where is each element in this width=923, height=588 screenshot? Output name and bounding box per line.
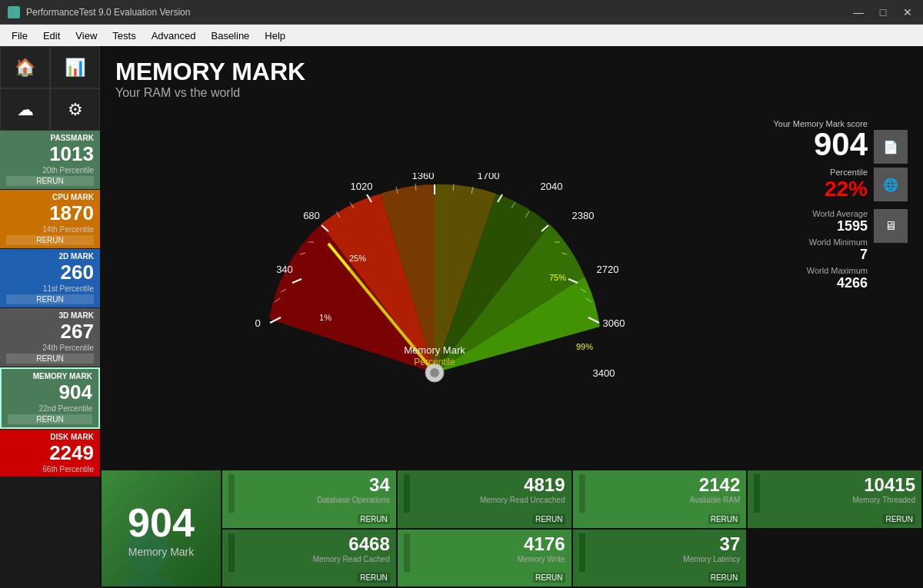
menu-advanced[interactable]: Advanced [144,27,204,45]
mem-write-label: Memory Write [414,555,565,563]
gauge-label-2380: 2380 [572,210,595,221]
content-area: MEMORY MARK Your RAM vs the world [100,46,923,588]
mem-threaded-rerun[interactable]: RERUN [883,514,915,524]
world-max-value: 4266 [807,275,868,291]
cpu-rerun[interactable]: RERUN [6,235,94,245]
chart-button[interactable]: 📊 [50,46,100,88]
mem-read-cached-value: 6468 [238,533,390,555]
gauge-label-2040: 2040 [541,181,563,192]
passmark-rerun[interactable]: RERUN [6,176,94,186]
result-tiles: 34 Database Operations RERUN 4819 Memory… [222,470,921,586]
cpu-card[interactable]: CPU MARK 1870 14th Percentile RERUN [0,190,100,248]
right-panel: Your Memory Mark score 904 📄 Percentile … [761,111,915,465]
gauge-label-3400: 3400 [593,367,615,379]
tile-db-ops: 34 Database Operations RERUN [222,470,396,528]
memory-mark-card: 👤 904 Memory Mark [102,470,221,586]
tile-mem-read-cached: 6468 Memory Read Cached RERUN [222,530,396,587]
memory-mark-label: Memory Mark [128,546,195,558]
gauge-label-0: 0 [255,317,260,329]
gauge-label-1360: 1360 [412,173,435,181]
content-header: MEMORY MARK Your RAM vs the world [100,46,923,104]
score-icon: 📄 [874,130,908,164]
svg-point-29 [430,368,439,377]
score-text: Your Memory Mark score 904 [774,119,868,161]
memory-rerun[interactable]: RERUN [8,414,92,424]
gauge-label-1020: 1020 [351,181,373,192]
percentile-label: Percentile [825,168,868,177]
settings-button[interactable]: ⚙ [50,88,100,131]
2d-rerun[interactable]: RERUN [6,294,94,304]
2d-value: 260 [6,261,94,284]
percentile-text: Percentile 22% [825,168,868,201]
mem-write-rerun[interactable]: RERUN [533,573,565,583]
tile-mem-latency: 37 Memory Latency RERUN [573,530,747,587]
mem-read-uncached-label: Memory Read Uncached [414,496,565,504]
gauge-pct-25: 25% [349,254,366,263]
mem-latency-rerun[interactable]: RERUN [708,573,741,583]
main-layout: 🏠 📊 ☁ ⚙ PASSMARK 1013 20th Percentile RE… [0,46,923,588]
world-min-value: 7 [807,247,868,263]
db-ops-value: 34 [238,474,390,496]
percentile-value: 22% [825,177,868,201]
menu-edit[interactable]: Edit [35,27,68,45]
available-ram-label: Available RAM [589,496,741,504]
stats-text: World Average 1595 World Minimum 7 World… [807,209,868,291]
menu-help[interactable]: Help [257,27,293,45]
disk-card[interactable]: DISK MARK 2249 66th Percentile [0,430,100,477]
gauge-label-1700: 1700 [478,173,500,181]
menu-file[interactable]: File [4,27,35,45]
gauge-label-340: 340 [276,264,293,275]
menubar: File Edit View Tests Advanced Baseline H… [0,25,923,46]
page-title: MEMORY MARK [115,58,908,86]
menu-baseline[interactable]: Baseline [203,27,257,45]
sidebar: 🏠 📊 ☁ ⚙ PASSMARK 1013 20th Percentile RE… [0,46,100,588]
close-button[interactable]: ✕ [900,5,915,20]
2d-label: 2D MARK [6,252,94,261]
available-ram-rerun[interactable]: RERUN [708,514,741,524]
gauge-center-label: Memory Mark [404,344,465,356]
mem-read-uncached-value: 4819 [414,474,565,496]
home-button[interactable]: 🏠 [0,46,50,88]
cloud-button[interactable]: ☁ [0,88,50,131]
tile-empty [748,530,921,587]
tile-mem-read-uncached: 4819 Memory Read Uncached RERUN [398,470,571,528]
gauge-pct-75: 75% [549,273,566,282]
app-icon [8,6,20,18]
score-row: Your Memory Mark score 904 📄 [769,119,908,164]
memory-card-sidebar[interactable]: MEMORY MARK 904 22nd Percentile RERUN [0,367,100,429]
memory-percentile: 22nd Percentile [8,404,92,413]
passmark-card[interactable]: PASSMARK 1013 20th Percentile RERUN [0,131,100,189]
stats-row: World Average 1595 World Minimum 7 World… [769,209,908,291]
db-ops-rerun[interactable]: RERUN [358,514,390,524]
menu-view[interactable]: View [68,27,105,45]
gauge-area: 0 340 680 1020 1360 1700 2040 2380 2720 … [100,104,923,469]
available-ram-value: 2142 [589,474,741,496]
cpu-percentile: 14th Percentile [6,225,94,234]
3d-card[interactable]: 3D MARK 267 24th Percentile RERUN [0,308,100,367]
gauge-label-3060: 3060 [603,317,625,329]
2d-card[interactable]: 2D MARK 260 11st Percentile RERUN [0,249,100,307]
gauge-container: 0 340 680 1020 1360 1700 2040 2380 2720 … [108,111,761,465]
passmark-label: PASSMARK [6,134,94,142]
page-subtitle: Your RAM vs the world [115,86,908,100]
gauge-svg: 0 340 680 1020 1360 1700 2040 2380 2720 … [235,173,635,404]
tile-mem-threaded: 10415 Memory Threaded RERUN [748,470,921,528]
memory-label: MEMORY MARK [8,372,92,380]
score-value: 904 [774,128,868,161]
cpu-label: CPU MARK [6,193,94,201]
mem-read-cached-rerun[interactable]: RERUN [358,573,390,583]
passmark-percentile: 20th Percentile [6,166,94,174]
tile-mem-write: 4176 Memory Write RERUN [398,530,571,587]
maximize-button[interactable]: □ [875,5,891,20]
window-controls: — □ ✕ [851,5,915,20]
world-avg-value: 1595 [807,218,868,234]
3d-value: 267 [6,320,94,344]
menu-tests[interactable]: Tests [105,27,143,45]
mem-read-uncached-rerun[interactable]: RERUN [533,514,565,524]
db-ops-label: Database Operations [238,496,390,504]
minimize-button[interactable]: — [851,5,866,20]
3d-rerun[interactable]: RERUN [6,354,94,364]
cpu-value: 1870 [6,201,94,225]
gauge-pct-99: 99% [576,342,593,351]
mem-threaded-label: Memory Threaded [764,496,915,504]
